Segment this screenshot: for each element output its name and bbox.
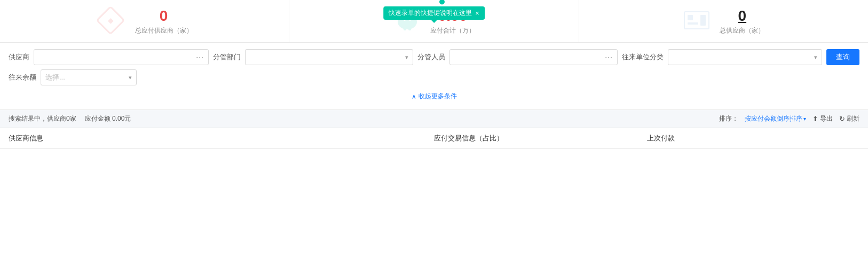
svg-rect-10	[688, 15, 693, 20]
shortcut-tooltip: 快速录单的快捷键说明在这里 ×	[383, 6, 485, 20]
collapse-row: ∧ 收起更多条件	[9, 90, 859, 105]
person-dots-icon: ···	[605, 53, 613, 61]
supplier-dots-icon: ···	[196, 53, 204, 61]
refresh-label: 刷新	[847, 114, 859, 123]
person-label: 分管人员	[417, 52, 445, 62]
supplier-input[interactable]: ···	[34, 49, 209, 65]
department-field: 分管部门 ▾	[213, 49, 413, 65]
table-body	[0, 149, 868, 275]
table-col-supplier-info: 供应商信息	[9, 133, 434, 143]
balance-label: 往来余额	[9, 73, 36, 82]
amount-text: 应付金额 0.00元	[85, 114, 131, 123]
sort-value[interactable]: 按应付会额倒序排序 ▾	[745, 114, 806, 123]
person-input[interactable]: ···	[449, 49, 618, 65]
chevron-up-icon: ∧	[412, 93, 416, 100]
blueprint-icon	[682, 10, 711, 31]
card-payable-total: 0.00 应付合计（万） 快速录单的快捷键说明在这里 ×	[289, 0, 579, 42]
department-input[interactable]: ▾	[245, 49, 413, 65]
export-icon: ⬆	[812, 115, 818, 123]
query-button[interactable]: 查询	[826, 49, 859, 65]
department-label: 分管部门	[213, 52, 241, 62]
table-col-transaction-info: 应付交易信息（占比）	[434, 133, 647, 143]
unit-class-label: 往来单位分类	[622, 52, 664, 62]
result-bar-left: 搜索结果中，供应商0家 应付金额 0.00元	[9, 114, 131, 123]
unit-class-input[interactable]: ▾	[668, 49, 822, 65]
balance-field: 往来余额 选择... ▾	[9, 69, 147, 85]
svg-rect-7	[404, 26, 406, 30]
card-total-payable-suppliers: ◆ 0 总应付供应商（家）	[0, 0, 289, 42]
search-result-text: 搜索结果中，供应商0家	[9, 114, 76, 123]
supplier-field: 供应商 ···	[9, 49, 209, 65]
tooltip-text: 快速录单的快捷键说明在这里	[389, 9, 472, 18]
balance-chevron-icon: ▾	[129, 74, 132, 81]
search-row-2: 往来余额 选择... ▾	[9, 69, 859, 85]
sort-label: 排序：	[719, 114, 738, 123]
top-cards-section: ◆ 0 总应付供应商（家）	[0, 0, 868, 43]
table-col-last-payment: 上次付款	[647, 133, 860, 143]
supplier-label: 供应商	[9, 52, 29, 62]
total-suppliers-number: 0	[720, 7, 764, 25]
search-row-1: 供应商 ··· 分管部门 ▾ 分管人员 ··· 往来单位分类 ▾ 查询	[9, 49, 859, 65]
result-bar-right: 排序： 按应付会额倒序排序 ▾ ⬆ 导出 ↻ 刷新	[719, 114, 859, 123]
sort-chevron-icon: ▾	[803, 116, 806, 122]
refresh-icon: ↻	[839, 115, 845, 123]
total-payable-number: 0	[135, 7, 193, 25]
card-total-suppliers: 0 总供应商（家）	[579, 0, 868, 42]
balance-select[interactable]: 选择... ▾	[41, 69, 137, 85]
balance-placeholder: 选择...	[45, 73, 65, 82]
person-field: 分管人员 ···	[417, 49, 618, 65]
total-suppliers-label: 总供应商（家）	[720, 26, 764, 35]
tooltip-dot	[439, 0, 445, 5]
diamond-icon: ◆	[97, 6, 124, 34]
result-bar: 搜索结果中，供应商0家 应付金额 0.00元 排序： 按应付会额倒序排序 ▾ ⬆…	[0, 110, 868, 128]
tooltip-close-icon[interactable]: ×	[475, 10, 479, 17]
search-area: 供应商 ··· 分管部门 ▾ 分管人员 ··· 往来单位分类 ▾ 查询	[0, 43, 868, 110]
unit-class-chevron-icon: ▾	[814, 54, 817, 61]
collapse-label: 收起更多条件	[419, 92, 457, 101]
total-payable-label: 总应付供应商（家）	[135, 26, 193, 35]
svg-text:◆: ◆	[107, 16, 113, 25]
department-chevron-icon: ▾	[405, 54, 408, 61]
export-label: 导出	[820, 114, 833, 123]
collapse-button[interactable]: ∧ 收起更多条件	[412, 92, 457, 101]
svg-rect-8	[408, 26, 411, 30]
unit-class-field: 往来单位分类 ▾	[622, 49, 822, 65]
table-header: 供应商信息 应付交易信息（占比） 上次付款	[0, 128, 868, 149]
sort-value-text: 按应付会额倒序排序	[745, 114, 802, 123]
export-button[interactable]: ⬆ 导出	[812, 114, 833, 123]
refresh-button[interactable]: ↻ 刷新	[839, 114, 859, 123]
payable-total-label: 应付合计（万）	[430, 26, 475, 35]
svg-rect-11	[688, 22, 698, 25]
svg-rect-12	[700, 15, 706, 26]
